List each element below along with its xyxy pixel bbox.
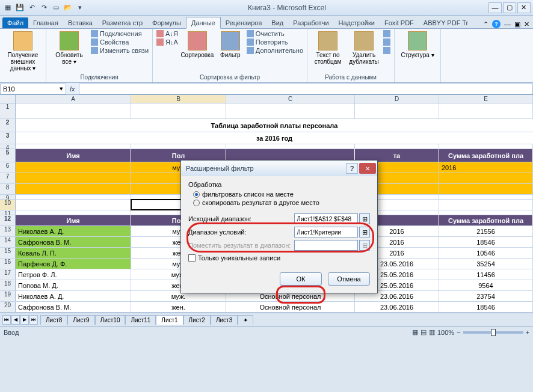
undo-icon[interactable]: ↶ (26, 2, 37, 13)
cell-gender[interactable]: жен. (131, 302, 226, 312)
sheet-tab[interactable]: Лист11 (125, 315, 156, 325)
row-header[interactable]: 3 (0, 132, 16, 144)
row-header[interactable]: 17 (0, 269, 16, 280)
close-button[interactable]: ✕ (517, 2, 531, 13)
col-header-d[interactable]: D (355, 95, 439, 103)
tab-layout[interactable]: Разметка стр (97, 17, 147, 28)
consolidate-icon[interactable] (383, 38, 390, 46)
sheet-tab[interactable]: Лист2 (183, 315, 211, 325)
whatif-icon[interactable] (383, 47, 390, 54)
view-break-icon[interactable]: ▥ (429, 328, 435, 336)
row-header[interactable]: 2 (0, 119, 16, 132)
row-header[interactable]: 6 (0, 162, 16, 173)
sheet-tab[interactable]: Лист1 (156, 315, 183, 325)
list-range-input[interactable] (294, 213, 358, 224)
cell-category[interactable]: Основной персонал (226, 302, 355, 312)
sheet-tab[interactable]: Лист9 (67, 315, 94, 325)
row-header[interactable]: 16 (0, 259, 16, 269)
radio-filter-inplace[interactable]: фильтровать список на месте (193, 191, 370, 198)
advanced-filter-item[interactable]: Дополнительно (247, 47, 303, 54)
tab-abbyy[interactable]: ABBYY PDF Tr (419, 17, 473, 28)
help-icon[interactable]: ? (492, 20, 501, 28)
zoom-out-button[interactable]: − (457, 329, 460, 336)
open-icon[interactable]: 📂 (63, 2, 73, 13)
cell-salary[interactable]: 21556 (439, 226, 533, 236)
row-header[interactable]: 1 (0, 103, 16, 118)
row-header[interactable]: 10 (0, 200, 16, 210)
tab-file[interactable]: Файл (2, 17, 28, 28)
cell-salary[interactable]: 9564 (439, 280, 533, 290)
cell-name[interactable]: Николаев А. Д. (16, 291, 131, 301)
row-header[interactable]: 4 (0, 144, 16, 149)
sort-az-button[interactable]: А↓Я (156, 30, 178, 37)
tab-data[interactable]: Данные (186, 17, 221, 29)
col-header-c[interactable]: C (226, 95, 355, 103)
tab-review[interactable]: Рецензиров (221, 17, 267, 28)
sheet-tab[interactable]: Лист10 (95, 315, 126, 325)
cell-name[interactable]: Николаев А. Д. (16, 226, 131, 236)
row-header[interactable]: 15 (0, 248, 16, 258)
row-header[interactable]: 18 (0, 280, 16, 290)
cell-salary[interactable]: 23754 (439, 291, 533, 301)
cell-name[interactable]: Сафронова В. М. (16, 237, 131, 247)
tab-insert[interactable]: Вставка (63, 17, 97, 28)
ok-button[interactable]: ОК (280, 272, 322, 286)
view-layout-icon[interactable]: ▤ (421, 328, 427, 336)
cell-name[interactable]: Петров Ф. Л. (16, 269, 131, 280)
cell-salary[interactable]: 10546 (439, 248, 533, 258)
sheet-tab[interactable]: Лист8 (40, 315, 67, 325)
more-icon[interactable]: ▾ (75, 2, 85, 13)
row-header[interactable]: 8 (0, 184, 16, 194)
edit-links-item[interactable]: Изменить связи (91, 47, 149, 54)
zoom-slider[interactable] (463, 331, 523, 334)
maximize-button[interactable]: ▢ (503, 2, 516, 13)
cell-name[interactable]: Попова М. Д. (16, 280, 131, 290)
sort-button[interactable]: Сортировка (180, 30, 214, 60)
tab-developer[interactable]: Разработчи (288, 17, 333, 28)
cell-salary[interactable]: 11456 (439, 269, 533, 280)
validation-icon[interactable] (383, 30, 390, 37)
cell-name[interactable]: Сафронова В. М. (16, 302, 131, 312)
range-select-icon[interactable]: ⊞ (359, 213, 370, 224)
col-header-a[interactable]: A (16, 95, 131, 103)
sort-za-button[interactable]: Я↓А (156, 38, 178, 46)
reapply-item[interactable]: Повторить (247, 38, 303, 46)
zoom-in-button[interactable]: + (526, 329, 529, 336)
row-header[interactable]: 14 (0, 237, 16, 247)
dialog-help-button[interactable]: ? (346, 163, 358, 174)
refresh-all-button[interactable]: Обновить все ▾ (50, 30, 88, 66)
properties-item[interactable]: Свойства (91, 38, 149, 46)
doc-min-icon[interactable]: — (504, 20, 511, 28)
criteria-range-input[interactable] (294, 227, 358, 237)
last-sheet-button[interactable]: ⏭ (29, 315, 38, 325)
cell-date[interactable]: 23.06.2016 (355, 302, 439, 312)
name-box[interactable]: B10▾ (0, 84, 66, 94)
next-sheet-button[interactable]: ▶ (20, 315, 29, 325)
row-header[interactable]: 7 (0, 173, 16, 183)
sheet-tab[interactable]: Лист3 (211, 315, 238, 325)
minimize-ribbon-icon[interactable]: ⌃ (483, 20, 488, 28)
excel-icon[interactable]: ▦ (2, 2, 13, 13)
cancel-button[interactable]: Отмена (328, 272, 370, 286)
formula-input[interactable] (79, 84, 533, 94)
filter-button[interactable]: Фильтр (217, 30, 244, 60)
clear-filter-item[interactable]: Очистить (247, 30, 303, 37)
tab-formulas[interactable]: Формулы (147, 17, 186, 28)
select-all-corner[interactable] (0, 95, 16, 103)
range-select-icon[interactable]: ⊞ (359, 227, 370, 237)
row-header[interactable]: 12 (0, 215, 16, 225)
save-icon[interactable]: 💾 (14, 2, 25, 13)
radio-copy-to[interactable]: скопировать результат в другое место (193, 199, 370, 206)
remove-dupes-button[interactable]: Удалить дубликаты (347, 30, 381, 66)
minimize-button[interactable]: — (488, 2, 502, 13)
row-header[interactable]: 20 (0, 302, 16, 312)
outline-button[interactable]: Структура ▾ (398, 30, 437, 60)
cell-salary[interactable]: 18546 (439, 237, 533, 247)
chevron-down-icon[interactable]: ▾ (60, 85, 63, 93)
cell-name[interactable]: Коваль Л. П. (16, 248, 131, 258)
fx-icon[interactable]: fx (70, 85, 75, 93)
row-header[interactable]: 11 (0, 210, 16, 215)
doc-restore-icon[interactable]: ▣ (514, 20, 520, 28)
first-sheet-button[interactable]: ⏮ (2, 315, 11, 325)
cell-salary[interactable]: 35254 (439, 259, 533, 269)
